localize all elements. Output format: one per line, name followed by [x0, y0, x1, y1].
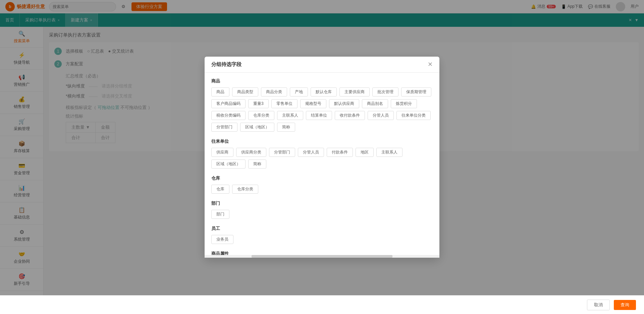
tag-goods-category[interactable]: 商品分类	[261, 87, 287, 97]
tag-supplier-category[interactable]: 供应商分类	[236, 148, 266, 157]
section-attributes: 商品属性 属性 颜色 多规格 尺码 鞋码 1	[211, 251, 433, 255]
tag-retail-unit[interactable]: 零售单位	[271, 99, 298, 108]
tag-goods[interactable]: 商品	[211, 87, 229, 97]
tag-default-warehouse[interactable]: 默认仓库	[311, 87, 337, 97]
tag-department[interactable]: 部门	[211, 210, 229, 219]
tag-supervisor[interactable]: 分管人员	[368, 111, 394, 120]
section-goods-title: 商品	[211, 78, 433, 84]
modal-scroll-bar[interactable]	[205, 255, 439, 258]
section-attributes-title: 商品属性	[211, 251, 433, 255]
section-employee-title: 员工	[211, 226, 433, 232]
bottom-action-bar: 取消 查询	[0, 295, 644, 314]
modal-close-button[interactable]: ✕	[428, 61, 433, 68]
tag-short-name[interactable]: 简称	[277, 123, 295, 132]
tag-main-supplier[interactable]: 主要供应商	[339, 87, 370, 97]
section-employee: 员工 业务员	[211, 226, 433, 244]
tag-area[interactable]: 地区	[356, 148, 374, 157]
tag-short-name-2[interactable]: 简称	[248, 160, 266, 169]
tag-loyalty[interactable]: 炼货积分	[391, 99, 417, 108]
tag-payment-terms[interactable]: 收付款条件	[335, 111, 365, 120]
tag-goods-alias[interactable]: 商品别名	[362, 99, 388, 108]
modal-scroll-thumb	[252, 255, 392, 258]
tag-main-contact[interactable]: 主联系人	[277, 111, 303, 120]
tag-warehouse-category[interactable]: 仓库分类	[248, 111, 274, 120]
tag-supervisor-dept[interactable]: 分管部门	[269, 148, 295, 157]
tag-region-2[interactable]: 区域（地区）	[211, 160, 246, 169]
section-warehouse: 仓库 仓库 仓库分类	[211, 175, 433, 194]
tag-weight[interactable]: 重量3	[248, 99, 269, 108]
modal-dialog: 分组待选字段 ✕ 商品 商品 商品类型 商品分类 产地 默认仓库 主要供应商 批…	[205, 57, 439, 258]
section-counterpart-title: 往来单位	[211, 138, 433, 144]
tag-settlement-unit[interactable]: 结算单位	[306, 111, 332, 120]
section-warehouse-tags: 仓库 仓库分类	[211, 185, 433, 194]
tag-dept[interactable]: 分管部门	[211, 123, 237, 132]
tag-default-supplier[interactable]: 默认供应商	[329, 99, 359, 108]
modal-overlay: 分组待选字段 ✕ 商品 商品 商品类型 商品分类 产地 默认仓库 主要供应商 批…	[0, 0, 644, 314]
tag-goods-type[interactable]: 商品类型	[232, 87, 258, 97]
section-goods-tags: 商品 商品类型 商品分类 产地 默认仓库 主要供应商 批次管理 保质期管理 客户…	[211, 87, 433, 132]
tag-customer-code[interactable]: 客户商品编码	[211, 99, 246, 108]
tag-warehouse-cat[interactable]: 仓库分类	[232, 185, 258, 194]
tag-salesperson[interactable]: 业务员	[211, 235, 233, 244]
tag-supplier[interactable]: 供应商	[211, 148, 233, 157]
section-department-tags: 部门	[211, 210, 433, 219]
section-counterpart-tags: 供应商 供应商分类 分管部门 分管人员 付款条件 地区 主联系人 区域（地区） …	[211, 148, 433, 169]
cancel-button[interactable]: 取消	[587, 300, 610, 310]
tag-payment-condition[interactable]: 付款条件	[327, 148, 353, 157]
modal-title: 分组待选字段	[211, 61, 241, 68]
tag-region[interactable]: 区域（地区）	[240, 123, 274, 132]
section-employee-tags: 业务员	[211, 235, 433, 244]
section-department-title: 部门	[211, 200, 433, 206]
tag-main-contact-2[interactable]: 主联系人	[376, 148, 402, 157]
confirm-button[interactable]: 查询	[614, 300, 636, 310]
tag-tax-code[interactable]: 税收分类编码	[211, 111, 246, 120]
section-warehouse-title: 仓库	[211, 175, 433, 181]
modal-body[interactable]: 商品 商品 商品类型 商品分类 产地 默认仓库 主要供应商 批次管理 保质期管理…	[205, 73, 439, 255]
tag-shelf-life[interactable]: 保质期管理	[401, 87, 431, 97]
modal-header: 分组待选字段 ✕	[205, 57, 439, 73]
tag-batch-mgmt[interactable]: 批次管理	[372, 87, 398, 97]
tag-spec-model[interactable]: 规格型号	[300, 99, 326, 108]
section-department: 部门 部门	[211, 200, 433, 219]
tag-warehouse[interactable]: 仓库	[211, 185, 229, 194]
tag-counterpart-category[interactable]: 往来单位分类	[396, 111, 431, 120]
section-goods: 商品 商品 商品类型 商品分类 产地 默认仓库 主要供应商 批次管理 保质期管理…	[211, 78, 433, 132]
tag-supervisor-person[interactable]: 分管人员	[298, 148, 324, 157]
section-counterpart: 往来单位 供应商 供应商分类 分管部门 分管人员 付款条件 地区 主联系人 区域…	[211, 138, 433, 169]
tag-origin[interactable]: 产地	[290, 87, 308, 97]
